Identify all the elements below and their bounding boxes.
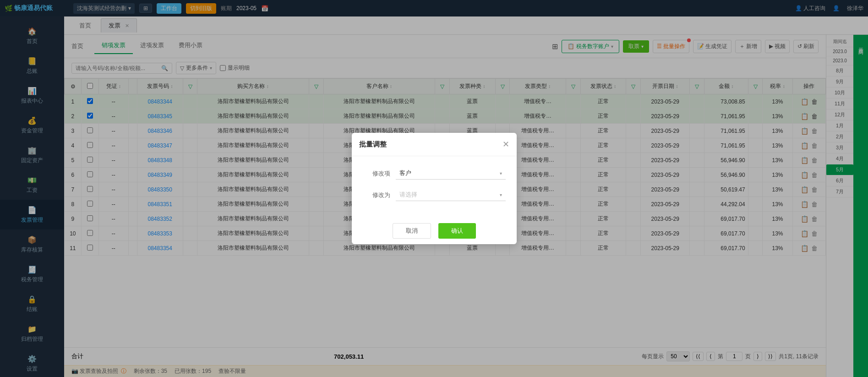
modal-overlay[interactable]: 批量调整 ✕ 修改项 客户 ▾ 修改为 请选择 ▾ 取消 确认: [0, 0, 868, 377]
modal-header: 批量调整 ✕: [352, 133, 517, 156]
modal-title: 批量调整: [359, 140, 387, 149]
change-row: 修改为 请选择 ▾: [363, 189, 506, 201]
field-selector[interactable]: 客户 ▾: [396, 167, 506, 180]
field-chevron-icon: ▾: [500, 171, 502, 176]
change-selector[interactable]: 请选择 ▾: [396, 189, 506, 201]
batch-adjust-modal: 批量调整 ✕ 修改项 客户 ▾ 修改为 请选择 ▾ 取消 确认: [352, 133, 517, 244]
change-label: 修改为: [363, 191, 390, 199]
field-row: 修改项 客户 ▾: [363, 167, 506, 180]
modal-body: 修改项 客户 ▾ 修改为 请选择 ▾: [352, 156, 517, 218]
change-placeholder: 请选择: [399, 191, 417, 199]
change-chevron-icon: ▾: [500, 192, 502, 197]
cancel-button[interactable]: 取消: [393, 223, 431, 239]
confirm-button[interactable]: 确认: [438, 223, 476, 239]
field-value: 客户: [399, 169, 411, 177]
field-label: 修改项: [363, 169, 390, 178]
modal-close-button[interactable]: ✕: [502, 139, 509, 149]
modal-footer: 取消 确认: [352, 218, 517, 244]
